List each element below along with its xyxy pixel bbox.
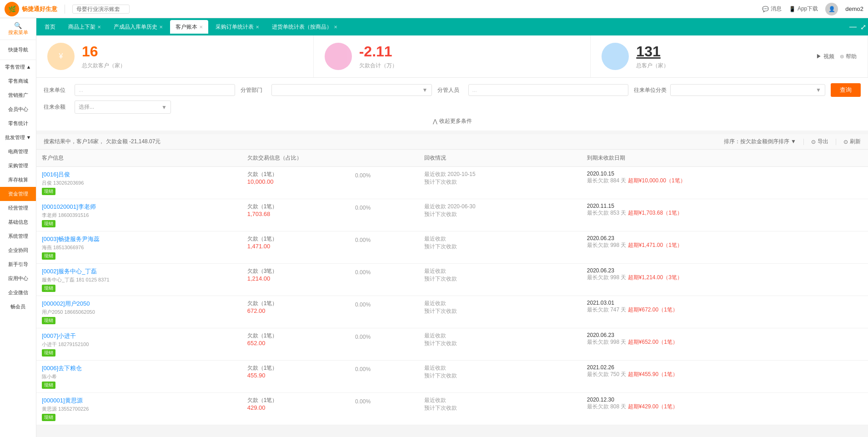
debt-amount[interactable]: 455.90	[247, 372, 344, 379]
tab-minimize-icon[interactable]: —	[849, 23, 857, 31]
tab-home[interactable]: 首页	[39, 20, 61, 34]
latest-label: 最近收款	[424, 268, 446, 274]
customer-name-link[interactable]: [0007]小进干	[42, 332, 236, 340]
person-input[interactable]: ...	[468, 84, 629, 96]
sidebar-item-retail-stats[interactable]: 零售统计	[0, 116, 36, 131]
avatar-icon: 👤	[828, 6, 835, 12]
export-btn[interactable]: ⊙ 导出	[811, 138, 828, 146]
sidebar-item-quick-nav[interactable]: 快捷导航	[0, 43, 36, 57]
tab-bar: 首页 商品上下架 ✕ 产成品入库单历史 ✕ 客户账本 ✕ 采购订单统计表 ✕ 进…	[36, 18, 868, 35]
table-row: [000001]黄思源 黄思源 13552700226 现销 欠款（1笔） 42…	[36, 393, 868, 425]
message-icon: 💬	[762, 6, 769, 12]
sidebar-item-system[interactable]: 系统管理	[0, 229, 36, 243]
sidebar-item-apps[interactable]: 应用中心	[0, 271, 36, 286]
overdue-amount-link[interactable]: 超期¥1,703.68（1笔）	[628, 210, 682, 216]
cell-customer: [0002]服务中心_丁磊 服务中心_丁磊 181 0125 8371 现销	[36, 264, 242, 296]
tab-production-history[interactable]: 产成品入库单历史 ✕	[108, 20, 168, 34]
customer-name-link[interactable]: [0003]畅捷服务尹海蕊	[42, 235, 236, 243]
close-icon[interactable]: ✕	[334, 25, 337, 30]
debt-amount[interactable]: 1,703.68	[247, 211, 344, 217]
tab-customer-ledger[interactable]: 客户账本 ✕	[170, 20, 208, 34]
debt-amount[interactable]: 672.00	[247, 307, 344, 314]
debt-count: 欠款（1笔）	[247, 364, 344, 372]
customer-name-link[interactable]: [0016]吕俊	[42, 171, 236, 179]
debt-amount[interactable]: 1,471.00	[247, 243, 344, 250]
sidebar-item-ecommerce[interactable]: 电商管理	[0, 145, 36, 159]
customer-name-link[interactable]: [0006]去下粮仓	[42, 364, 236, 372]
app-download-btn[interactable]: 📱 App下载	[789, 5, 818, 13]
debt-amount[interactable]: 652.00	[247, 340, 344, 347]
overdue-amount-link[interactable]: 超期¥652.00（1笔）	[628, 339, 678, 345]
close-icon[interactable]: ✕	[199, 25, 203, 30]
close-icon[interactable]: ✕	[256, 25, 259, 30]
close-icon[interactable]: ✕	[159, 25, 163, 30]
overdue-amount-link[interactable]: 超期¥1,214.00（3笔）	[628, 274, 682, 281]
sidebar-item-wholesale[interactable]: 批发管理 ▼	[0, 131, 36, 145]
cell-debt: 欠款（3笔） 1,214.00	[242, 264, 350, 296]
overdue-amount-link[interactable]: 超期¥10,000.00（1笔）	[628, 177, 686, 184]
tab-end-actions: — ⤢	[849, 23, 866, 31]
sidebar-item-enterprise[interactable]: 企业协同	[0, 243, 36, 257]
cell-collection: 最近收款 预计下次收款	[419, 328, 582, 361]
stat-info-total: 131 总客户（家）	[636, 43, 669, 70]
sidebar-item-finance[interactable]: 资金管理	[0, 187, 36, 201]
overdue-amount-link[interactable]: 超期¥672.00（1笔）	[628, 306, 678, 313]
balance-select[interactable]: 选择... ▼	[75, 100, 171, 114]
refresh-btn[interactable]: ⊙ 刷新	[843, 138, 861, 146]
collapse-btn[interactable]: ⋀ 收起更多条件	[433, 117, 472, 125]
debt-count: 欠款（3笔）	[247, 267, 344, 275]
table-row: [0006]去下粮仓 陈小希 现销 欠款（1笔） 455.90 0.00% 最近…	[36, 361, 868, 393]
overdue-amount-link[interactable]: 超期¥429.00（1笔）	[628, 403, 678, 410]
company-select[interactable]: 母婴行业演示账套	[72, 5, 130, 14]
latest-collection: 最近收款 2020-06-30	[424, 203, 576, 211]
avatar[interactable]: 👤	[825, 3, 838, 15]
overdue-amount-link[interactable]: 超期¥1,471.00（1笔）	[628, 242, 682, 248]
debt-amount[interactable]: 10,000.00	[247, 178, 344, 185]
message-btn[interactable]: 💬 消息	[762, 5, 782, 13]
divider	[65, 5, 65, 14]
tab-purchase-order[interactable]: 采购订单统计表 ✕	[210, 20, 265, 34]
tab-product-onoff[interactable]: 商品上下架 ✕	[63, 20, 106, 34]
category-select[interactable]: ▼	[670, 84, 825, 96]
latest-collection: 最近收款	[424, 267, 576, 275]
debt-amount[interactable]: 429.00	[247, 404, 344, 411]
dept-select[interactable]: ▼	[271, 84, 432, 96]
sidebar-item-operations[interactable]: 经营管理	[0, 201, 36, 215]
customer-name-link[interactable]: [0001020001]李老师	[42, 203, 236, 211]
sidebar-item-retail-mall[interactable]: 零售商城	[0, 74, 36, 88]
table-row: [0016]吕俊 吕俊 13026203696 现销 欠款（1笔） 10,000…	[36, 167, 868, 199]
sidebar-search[interactable]: 🔍 搜索菜单	[0, 18, 36, 40]
customer-tag: 现销	[42, 220, 55, 227]
customer-name-link[interactable]: [000001]黄思源	[42, 397, 236, 405]
search-button[interactable]: 查询	[831, 83, 861, 97]
cell-collection: 最近收款 预计下次收款	[419, 296, 582, 328]
help-btn[interactable]: ⊙ 帮助	[840, 53, 857, 60]
stat-icon-diamond	[325, 43, 352, 70]
debt-percent: 0.00%	[355, 398, 413, 405]
latest-label: 最近收款	[424, 203, 446, 210]
overdue-amount-link[interactable]: 超期¥455.90（1笔）	[628, 371, 678, 377]
customer-name-link[interactable]: [000002]用户2050	[42, 300, 236, 308]
top-bar: 🌿 畅捷通好生意 母婴行业演示账套 💬 消息 📱 App下载 👤 demo2	[0, 0, 868, 18]
sidebar-item-marketing[interactable]: 营销推广	[0, 88, 36, 102]
sidebar-item-retail-mgmt[interactable]: 零售管理 ▲	[0, 60, 36, 74]
sidebar-item-inventory[interactable]: 库存核算	[0, 173, 36, 187]
sidebar-item-member[interactable]: 会员中心	[0, 102, 36, 116]
max-days-overdue: 最长欠款 750 天 超期¥455.90（1笔）	[587, 371, 863, 378]
debt-amount[interactable]: 1,214.00	[247, 275, 344, 282]
sidebar-item-vip[interactable]: 畅会员	[0, 300, 36, 314]
close-icon[interactable]: ✕	[97, 25, 101, 30]
filter-category: 往来单位分类 ▼	[634, 84, 825, 96]
sidebar-item-basic-info[interactable]: 基础信息	[0, 215, 36, 229]
customer-input[interactable]: ...	[75, 84, 235, 96]
video-btn[interactable]: ▶ 视频	[816, 53, 834, 60]
customer-name-link[interactable]: [0002]服务中心_丁磊	[42, 267, 236, 276]
tab-purchase-stats[interactable]: 进货单统计表（按商品） ✕	[266, 20, 343, 34]
tab-maximize-icon[interactable]: ⤢	[860, 23, 866, 31]
debt-count: 欠款（1笔）	[247, 171, 344, 178]
sidebar-item-wechat[interactable]: 企业微信	[0, 286, 36, 300]
sidebar-item-guide[interactable]: 新手引导	[0, 257, 36, 271]
sidebar-item-purchase[interactable]: 采购管理	[0, 159, 36, 173]
result-info-bar: 搜索结果中，客户16家， 欠款金额 -21,148.07元 排序：按欠款金额倒序…	[36, 134, 868, 150]
sort-label[interactable]: 排序：按欠款金额倒序排序 ▼	[724, 138, 796, 146]
